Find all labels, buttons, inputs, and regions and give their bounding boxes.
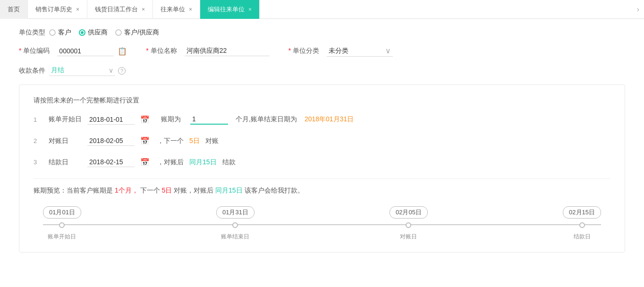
- unit-code-label: 单位编码: [19, 47, 50, 55]
- tabs-scroll-right[interactable]: ›: [632, 0, 644, 19]
- unit-name-field: 单位名称: [146, 46, 269, 56]
- payment-terms-value: 月结: [51, 66, 107, 75]
- row-3-label: 结款日: [49, 158, 82, 167]
- settings-card-title: 请按照未来的一个完整帐期进行设置: [34, 96, 610, 105]
- unit-category-select[interactable]: 未分类 ∨: [327, 45, 393, 57]
- timeline-label-1: 账单结束日: [221, 233, 249, 241]
- timeline-node-2: 02月05日 对账日: [390, 206, 428, 241]
- radio-both-label: 客户/供应商: [124, 28, 159, 37]
- settings-card: 请按照未来的一个完整帐期进行设置 1 账单开始日 📅 账期为 个月,账单结束日期…: [19, 84, 625, 253]
- preview-highlight2: 5日: [161, 186, 172, 194]
- radio-both[interactable]: 客户/供应商: [115, 28, 159, 37]
- preview-highlight1: 1个月，: [115, 186, 138, 194]
- tab-home[interactable]: 首页: [0, 0, 28, 19]
- unit-type-label: 单位类型: [19, 28, 45, 37]
- row-3-suffix-post: 结款: [222, 158, 236, 167]
- tab-cashflow[interactable]: 钱货日清工作台 ×: [87, 0, 153, 19]
- row-3-suffix-highlight: 同月15日: [189, 158, 217, 167]
- row-3-num: 3: [34, 159, 43, 166]
- content-area: 单位类型 客户 供应商 客户/供应商 单位编码 📋 单位名称: [0, 19, 644, 287]
- tab-counterparties[interactable]: 往来单位 ×: [153, 0, 200, 19]
- unit-category-field: 单位分类 未分类 ∨: [288, 45, 393, 57]
- timeline-dot-1: [232, 222, 238, 228]
- radio-customer-circle: [49, 29, 56, 36]
- timeline-label-0: 账单开始日: [48, 233, 76, 241]
- timeline-pill-3: 02月15日: [563, 206, 601, 219]
- radio-both-circle: [115, 29, 122, 36]
- unit-info-row: 单位编码 📋 单位名称 单位分类 未分类 ∨: [19, 45, 625, 57]
- unit-name-label: 单位名称: [146, 47, 177, 55]
- row-1-date-input[interactable]: [87, 115, 135, 125]
- row-2-suffix-pre: ，下一个: [157, 137, 184, 145]
- row-2-suffix-post: 对账: [205, 137, 219, 145]
- row-1-period-input[interactable]: [190, 114, 228, 125]
- payment-terms-help[interactable]: ?: [118, 67, 126, 75]
- setting-row-3: 3 结款日 📅 ，对账后 同月15日 结款: [34, 157, 610, 167]
- preview-middle1: 下一个: [140, 186, 160, 194]
- row-1-calendar-icon[interactable]: 📅: [140, 115, 150, 124]
- row-3-calendar-icon[interactable]: 📅: [140, 158, 150, 167]
- row-1-label: 账单开始日: [49, 115, 82, 124]
- payment-terms-label: 收款条件: [19, 67, 45, 75]
- unit-category-value: 未分类: [329, 47, 385, 55]
- unit-category-chevron: ∨: [385, 46, 391, 55]
- row-2-calendar-icon[interactable]: 📅: [140, 136, 150, 145]
- unit-code-input[interactable]: [57, 46, 114, 56]
- preview-section: 账期预览：当前客户账期是 1个月， 下一个 5日 对账，对账后 同月15日 该客…: [34, 178, 610, 241]
- unit-type-radio-group: 客户 供应商 客户/供应商: [49, 28, 159, 37]
- tab-counterparties-label: 往来单位: [161, 5, 185, 14]
- tab-counterparties-close[interactable]: ×: [189, 6, 192, 13]
- preview-text: 账期预览：当前客户账期是 1个月， 下一个 5日 对账，对账后 同月15日 该客…: [34, 186, 610, 195]
- preview-middle2: 对账，对账后: [174, 186, 213, 194]
- row-3-date-input[interactable]: [87, 157, 135, 167]
- payment-terms-chevron: ∨: [109, 67, 113, 74]
- tab-cashflow-close[interactable]: ×: [142, 6, 145, 13]
- unit-code-calendar-icon[interactable]: 📋: [118, 47, 127, 56]
- payment-terms-row: 收款条件 月结 ∨ ?: [19, 65, 625, 76]
- setting-row-1: 1 账单开始日 📅 账期为 个月,账单结束日期为 2018年01月31日: [34, 114, 610, 125]
- row-1-period-end: 2018年01月31日: [305, 115, 354, 124]
- tab-home-label: 首页: [8, 5, 20, 14]
- tab-sales-history-close[interactable]: ×: [76, 6, 79, 13]
- timeline-dot-0: [59, 222, 65, 228]
- timeline-label-2: 对账日: [400, 233, 417, 241]
- timeline-label-3: 结款日: [574, 233, 591, 241]
- radio-customer[interactable]: 客户: [49, 28, 71, 37]
- payment-terms-select[interactable]: 月结 ∨: [49, 65, 115, 76]
- row-1-period-suffix: 个月,账单结束日期为: [236, 115, 297, 124]
- row-2-date-input[interactable]: [87, 136, 135, 146]
- tab-edit-counterparty[interactable]: 编辑往来单位 ×: [200, 0, 260, 19]
- radio-supplier[interactable]: 供应商: [79, 28, 108, 37]
- tabs-bar: 首页 销售订单历史 × 钱货日清工作台 × 往来单位 × 编辑往来单位 × ›: [0, 0, 644, 19]
- setting-row-2: 2 对账日 📅 ，下一个 5日 对账: [34, 136, 610, 146]
- tab-sales-history[interactable]: 销售订单历史 ×: [28, 0, 87, 19]
- row-2-label: 对账日: [49, 137, 82, 145]
- timeline-nodes: 01月01日 账单开始日 01月31日 账单结束日 02月05日 对账日: [43, 206, 601, 241]
- timeline: 01月01日 账单开始日 01月31日 账单结束日 02月05日 对账日: [34, 206, 610, 241]
- radio-customer-label: 客户: [58, 28, 71, 37]
- preview-highlight3: 同月15日: [215, 186, 243, 194]
- tab-sales-history-label: 销售订单历史: [35, 5, 72, 14]
- row-1-num: 1: [34, 116, 43, 123]
- timeline-pill-0: 01月01日: [43, 206, 81, 219]
- radio-supplier-circle: [79, 29, 85, 36]
- unit-code-field: 单位编码 📋: [19, 46, 127, 56]
- row-3-suffix-pre: ，对账后: [157, 158, 184, 167]
- timeline-pill-1: 01月31日: [216, 206, 254, 219]
- timeline-pill-2: 02月05日: [390, 206, 428, 219]
- radio-supplier-label: 供应商: [88, 28, 108, 37]
- tab-cashflow-label: 钱货日清工作台: [95, 5, 138, 14]
- unit-type-row: 单位类型 客户 供应商 客户/供应商: [19, 28, 625, 37]
- unit-name-input[interactable]: [185, 46, 270, 56]
- timeline-node-3: 02月15日 结款日: [563, 206, 601, 241]
- timeline-dot-3: [579, 222, 585, 228]
- preview-suffix: 该客户会给我打款。: [245, 186, 304, 194]
- preview-prefix: 账期预览：当前客户账期是: [34, 186, 113, 194]
- unit-category-label: 单位分类: [288, 47, 319, 55]
- row-2-num: 2: [34, 137, 43, 144]
- timeline-node-0: 01月01日 账单开始日: [43, 206, 81, 241]
- timeline-dot-2: [406, 222, 411, 228]
- tab-edit-counterparty-close[interactable]: ×: [248, 6, 252, 13]
- row-2-suffix-highlight: 5日: [189, 137, 200, 145]
- tab-edit-counterparty-label: 编辑往来单位: [208, 5, 245, 14]
